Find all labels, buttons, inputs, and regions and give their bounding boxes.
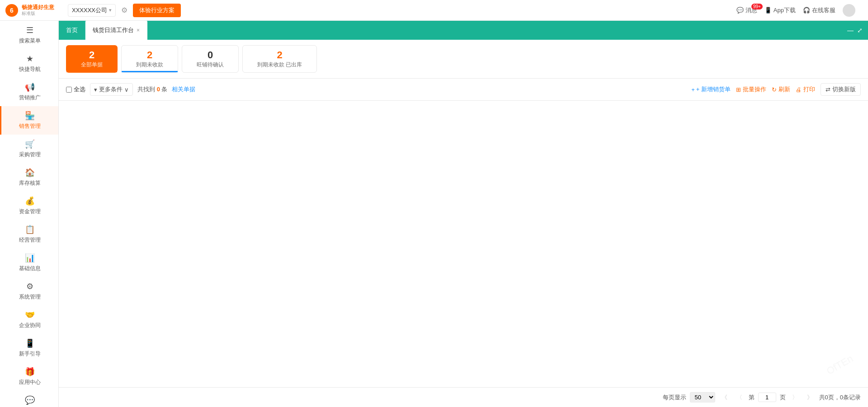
card-num-pending_confirm: 0: [208, 49, 213, 61]
sidebar-item-sales[interactable]: 🏪销售管理: [0, 106, 58, 135]
card-num-all: 2: [89, 49, 94, 61]
summary-card-pending_confirm[interactable]: 0 旺铺待确认: [182, 45, 239, 73]
sidebar-item-guide[interactable]: 📱新手引导: [0, 334, 58, 362]
finance-icon: 💰: [25, 196, 35, 206]
inventory-icon: 🏠: [25, 168, 35, 178]
last-page-button[interactable]: 》: [804, 393, 816, 402]
trial-button[interactable]: 体验行业方案: [133, 4, 181, 17]
company-select[interactable]: XXXXXX公司 ▾: [68, 4, 116, 17]
tab-home[interactable]: 首页: [59, 21, 85, 40]
tabs-bar: 首页 钱货日清工作台 × — ⤢: [59, 21, 868, 40]
total-label: 共0页，0条记录: [819, 393, 861, 402]
search-icon: ☰: [26, 25, 33, 35]
switch-version-button[interactable]: ⇄ 切换新版: [821, 83, 861, 96]
batch-operation-button[interactable]: ⊞ 批量操作: [736, 85, 766, 94]
sidebar: ☰搜索菜单★快捷导航📢营销推广🏪销售管理🛒采购管理🏠库存核算💰资金管理📋经营管理…: [0, 21, 59, 407]
page-suffix: 页: [780, 393, 786, 402]
message-button[interactable]: 💬 消息 99+: [736, 6, 757, 14]
tab-close-icon[interactable]: ×: [137, 27, 140, 33]
found-num: 0: [157, 86, 160, 93]
sidebar-item-operation[interactable]: 📋经营管理: [0, 220, 58, 248]
print-icon: 🖨: [796, 86, 802, 93]
sidebar-label-coop: 企业协同: [19, 322, 41, 329]
content-area: 2 全部单据 2 到期未收款 0 旺铺待确认 2 到期未收款 已出库 全选: [59, 40, 868, 407]
card-label-overdue_uncollect: 到期未收款: [136, 61, 163, 69]
sidebar-label-system: 系统管理: [19, 293, 41, 301]
logo-main: 畅捷通好生意: [22, 4, 54, 10]
sidebar-label-basic: 基础信息: [19, 265, 41, 272]
toolbar-right: + + 新增销货单 ⊞ 批量操作 ↻ 刷新 🖨 打印: [691, 83, 861, 96]
next-page-button[interactable]: 〉: [789, 393, 801, 402]
sidebar-item-quicknav[interactable]: ★快捷导航: [0, 49, 58, 78]
refresh-button[interactable]: ↻ 刷新: [772, 85, 790, 94]
card-label-overdue_unout: 到期未收款 已出库: [257, 61, 302, 69]
filter-icon: ▾: [94, 86, 97, 93]
found-text: 共找到 0 条: [137, 85, 167, 94]
sidebar-item-inventory[interactable]: 🏠库存核算: [0, 163, 58, 192]
switch-icon: ⇄: [826, 86, 830, 93]
print-button[interactable]: 🖨 打印: [796, 85, 815, 94]
top-right-actions: 💬 消息 99+ 📱 App下载 🎧 在线客服: [736, 4, 863, 17]
sidebar-label-search: 搜索菜单: [19, 37, 41, 45]
batch-icon: ⊞: [736, 86, 741, 93]
sidebar-label-operation: 经营管理: [19, 236, 41, 244]
sidebar-label-appstore: 应用中心: [19, 379, 41, 386]
card-label-pending_confirm: 旺铺待确认: [197, 61, 224, 69]
card-num-overdue_unout: 2: [277, 49, 283, 61]
page-label: 第: [749, 393, 755, 402]
sidebar-item-basic[interactable]: 📊基础信息: [0, 248, 58, 277]
card-underline: [122, 71, 178, 72]
tabs-right: — ⤢: [847, 27, 868, 34]
minimize-icon[interactable]: —: [847, 27, 854, 34]
operation-icon: 📋: [25, 225, 35, 234]
app-download-label: App下载: [774, 6, 796, 14]
system-icon: ⚙: [26, 281, 33, 291]
filter-button[interactable]: ▾ 更多条件 ∨: [90, 83, 133, 96]
tab-home-label: 首页: [66, 26, 78, 34]
sidebar-item-purchase[interactable]: 🛒采购管理: [0, 135, 58, 163]
settings-icon[interactable]: ⚙: [119, 4, 129, 16]
toolbar: 全选 ▾ 更多条件 ∨ 共找到 0 条 相关单据: [59, 79, 868, 101]
related-records-link[interactable]: 相关单据: [172, 85, 195, 94]
sidebar-item-search[interactable]: ☰搜索菜单: [0, 21, 58, 49]
wechat-icon: 💬: [25, 395, 35, 405]
online-service-label: 在线客服: [812, 6, 835, 14]
layout: ☰搜索菜单★快捷导航📢营销推广🏪销售管理🛒采购管理🏠库存核算💰资金管理📋经营管理…: [0, 21, 868, 407]
online-service-button[interactable]: 🎧 在线客服: [803, 6, 835, 14]
sidebar-item-marketing[interactable]: 📢营销推广: [0, 78, 58, 106]
sidebar-item-finance[interactable]: 💰资金管理: [0, 192, 58, 220]
table-area: [59, 101, 868, 387]
prev-page-button[interactable]: 〈: [734, 393, 745, 402]
summary-card-all[interactable]: 2 全部单据: [66, 45, 118, 73]
summary-card-overdue_unout[interactable]: 2 到期未收款 已出库: [242, 45, 317, 73]
sidebar-item-wechat[interactable]: 💬企业微信: [0, 391, 58, 407]
sidebar-label-sales: 销售管理: [19, 122, 41, 130]
app-download-button[interactable]: 📱 App下载: [764, 6, 796, 14]
select-all-input[interactable]: [66, 87, 72, 93]
select-all-checkbox[interactable]: 全选: [66, 85, 85, 94]
logo-sub: 标准版: [22, 11, 54, 16]
per-page-select[interactable]: 50 100: [690, 392, 715, 402]
sidebar-item-system[interactable]: ⚙系统管理: [0, 277, 58, 305]
first-page-button[interactable]: 《: [719, 393, 730, 402]
page-number-input[interactable]: [758, 393, 776, 402]
avatar[interactable]: [843, 4, 855, 17]
message-badge: 99+: [751, 4, 763, 9]
sidebar-item-coop[interactable]: 🤝企业协同: [0, 305, 58, 334]
company-name: XXXXXX公司: [72, 6, 107, 14]
summary-card-overdue_uncollect[interactable]: 2 到期未收款: [121, 45, 178, 73]
per-page-label: 每页显示: [663, 393, 686, 402]
filter-label: 更多条件: [99, 85, 123, 94]
card-underline: [66, 71, 117, 72]
expand-icon[interactable]: ⤢: [857, 27, 863, 34]
marketing-icon: 📢: [25, 82, 35, 92]
quicknav-icon: ★: [26, 54, 33, 64]
tab-workbench[interactable]: 钱货日清工作台 ×: [85, 21, 147, 40]
top-bar: 6 畅捷通好生意 标准版 XXXXXX公司 ▾ ⚙ 体验行业方案 💬 消息 99…: [0, 0, 868, 21]
filter-dropdown-icon: ∨: [124, 86, 129, 93]
service-icon: 🎧: [803, 7, 810, 14]
sidebar-label-marketing: 营销推广: [19, 94, 41, 102]
select-all-label: 全选: [74, 85, 85, 94]
add-sales-order-button[interactable]: + + 新增销货单: [691, 85, 731, 94]
sidebar-item-appstore[interactable]: 🎁应用中心: [0, 362, 58, 391]
